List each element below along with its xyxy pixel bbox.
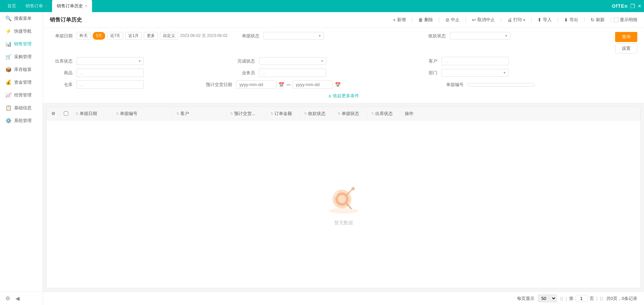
sidebar-item-sales-mgmt[interactable]: 📊 销售管理: [0, 38, 43, 50]
payment-status-label: 收款状态: [423, 33, 450, 39]
restore-icon[interactable]: ❐: [630, 3, 635, 9]
payment-status-select[interactable]: ▾: [450, 32, 510, 40]
date-btn-custom[interactable]: 自定义: [160, 32, 178, 40]
date-btn-more[interactable]: 更多: [144, 32, 158, 40]
svg-point-0: [329, 208, 359, 214]
sidebar-item-operations[interactable]: 📈 经营管理: [0, 89, 43, 102]
sort-customer-icon[interactable]: ⇅: [176, 112, 179, 115]
department-select[interactable]: ▾: [441, 69, 509, 77]
order-no-input[interactable]: [468, 83, 535, 86]
query-button[interactable]: 查询: [615, 32, 637, 42]
complete-status-select[interactable]: ▾: [259, 57, 326, 65]
sort-order-status-icon[interactable]: ⇅: [338, 112, 340, 115]
product-input[interactable]: ...: [77, 69, 144, 77]
stop-button[interactable]: ⊘ 中止: [442, 15, 463, 24]
customer-input[interactable]: ...: [441, 57, 509, 65]
delete-button[interactable]: 🗑 删除: [415, 15, 436, 24]
collapse-sidebar-icon[interactable]: ◀: [15, 295, 19, 302]
sort-delivery-icon[interactable]: ⇅: [230, 112, 233, 115]
th-out-status-label: 出库状态: [375, 111, 393, 117]
sidebar-item-search-menu[interactable]: 🔍 搜索菜单: [0, 12, 43, 25]
per-page-select[interactable]: 50 10 20 100: [538, 295, 557, 302]
sidebar-item-basic-info[interactable]: 📋 基础信息: [0, 102, 43, 114]
th-ops: 操作: [401, 111, 640, 117]
delivery-date-to[interactable]: [293, 80, 333, 89]
sort-out-status-icon[interactable]: ⇅: [371, 112, 374, 115]
order-no-label: 单据编号: [441, 82, 468, 88]
export-button[interactable]: ⬇ 导出: [561, 15, 582, 24]
per-page-label: 每页显示: [517, 296, 534, 302]
order-status-select[interactable]: ▾: [263, 32, 324, 40]
export-label: 导出: [569, 17, 578, 23]
cal-from-icon[interactable]: 📅: [278, 82, 284, 87]
date-selector: 昨天 3天 近7天 近1月 更多 自定义 2023-06-02 至 2023-0…: [77, 32, 228, 40]
page-last-btn[interactable]: ⟩⟩: [600, 296, 603, 301]
cal-to-icon[interactable]: 📅: [335, 82, 341, 87]
sort-pay-status-icon[interactable]: ⇅: [304, 112, 307, 115]
tab-sales-order[interactable]: 销售订单 ×: [21, 0, 52, 12]
date-btn-today[interactable]: 昨天: [77, 32, 91, 40]
complete-status-label: 完成状态: [232, 58, 259, 64]
th-order-status: ⇅ 单据状态: [334, 111, 368, 117]
sidebar-item-purchase-mgmt[interactable]: 🛒 采购管理: [0, 50, 43, 63]
th-gear[interactable]: ⚙: [47, 111, 60, 116]
divider-2: [439, 17, 439, 23]
display-cols-checkbox[interactable]: [614, 17, 618, 22]
svg-point-3: [338, 195, 346, 203]
date-btn-3days[interactable]: 3天: [93, 32, 105, 40]
table-header: ⚙ ⇅ 单据日期 ⇅ 单据编号 ⇅ 客户 ⇅: [47, 107, 640, 120]
date-btn-1month[interactable]: 近1月: [125, 32, 142, 40]
pagination: ⟨⟨ ⟨ 第 页 ⟩ ⟩⟩: [560, 295, 603, 302]
refresh-label: 刷新: [596, 17, 605, 23]
select-all-checkbox[interactable]: [64, 111, 68, 116]
sidebar-item-inventory[interactable]: 📦 库存核算: [0, 63, 43, 76]
page-next-btn[interactable]: ⟩: [596, 296, 598, 301]
settings-bottom-icon[interactable]: ⚙: [5, 295, 10, 302]
import-button[interactable]: ⬆ 导入: [534, 15, 555, 24]
svg-rect-7: [334, 192, 339, 193]
page-prev-btn[interactable]: ⟨: [565, 296, 567, 301]
filter-area: 单据日期 昨天 3天 近7天 近1月 更多 自定义 2023-06-02 至 2…: [43, 28, 644, 103]
product-label: 商品: [50, 70, 77, 76]
tab-sales-order-close[interactable]: ×: [45, 4, 47, 8]
salesperson-input[interactable]: ...: [259, 69, 326, 77]
topbar-right: OfTEn ❐ ×: [612, 3, 641, 10]
delete-label: 删除: [424, 17, 433, 23]
refresh-button[interactable]: ↻ 刷新: [587, 15, 608, 24]
cancel-stop-label: 取消中止: [477, 17, 495, 23]
sidebar-item-system[interactable]: ⚙️ 系统管理: [0, 114, 43, 127]
th-customer: ⇅ 客户: [173, 111, 227, 117]
close-icon[interactable]: ×: [638, 3, 641, 10]
new-button[interactable]: + 新增: [390, 15, 409, 24]
page-first-btn[interactable]: ⟨⟨: [560, 296, 563, 301]
table-container: ⚙ ⇅ 单据日期 ⇅ 单据编号 ⇅ 客户 ⇅: [46, 107, 641, 288]
inventory-icon: 📦: [5, 67, 11, 73]
delivery-date-from[interactable]: [236, 80, 276, 89]
date-btn-7days[interactable]: 近7天: [107, 32, 124, 40]
sort-amount-icon[interactable]: ⇅: [270, 112, 273, 115]
sidebar-item-quick-nav[interactable]: ⚡ 快捷导航: [0, 25, 43, 38]
sidebar-item-finance[interactable]: 💰 资金管理: [0, 76, 43, 89]
warehouse-input[interactable]: ...: [77, 80, 144, 89]
tab-sales-order-history[interactable]: 销售订单历史 ×: [52, 0, 92, 12]
display-cols-toggle[interactable]: 显示明细: [614, 17, 637, 23]
collapse-more-btn[interactable]: ∧ 收起更多条件: [328, 93, 359, 99]
th-check[interactable]: [60, 111, 72, 116]
svg-rect-8: [334, 194, 338, 195]
total-records: 共0页，0条记录: [606, 296, 637, 302]
sort-order-no-icon[interactable]: ⇅: [116, 112, 119, 115]
delivery-status-select[interactable]: ▾: [77, 57, 144, 65]
setting-button[interactable]: 设置: [615, 43, 637, 53]
page-label: 第: [569, 296, 573, 302]
tab-home[interactable]: 首页: [3, 0, 21, 12]
collapse-up-icon: ∧: [328, 93, 332, 99]
print-button[interactable]: 🖨 打印 ▾: [504, 15, 528, 24]
gear-settings-icon[interactable]: ⚙: [51, 111, 55, 116]
tab-sales-order-history-close[interactable]: ×: [85, 4, 87, 8]
sales-mgmt-icon: 📊: [5, 41, 11, 47]
cancel-stop-button[interactable]: ↩ 取消中止: [469, 15, 498, 24]
page-number-input[interactable]: [575, 295, 588, 302]
sort-date-icon[interactable]: ⇅: [76, 112, 78, 115]
stop-label: 中止: [451, 17, 460, 23]
page-title: 销售订单历史: [50, 16, 82, 24]
